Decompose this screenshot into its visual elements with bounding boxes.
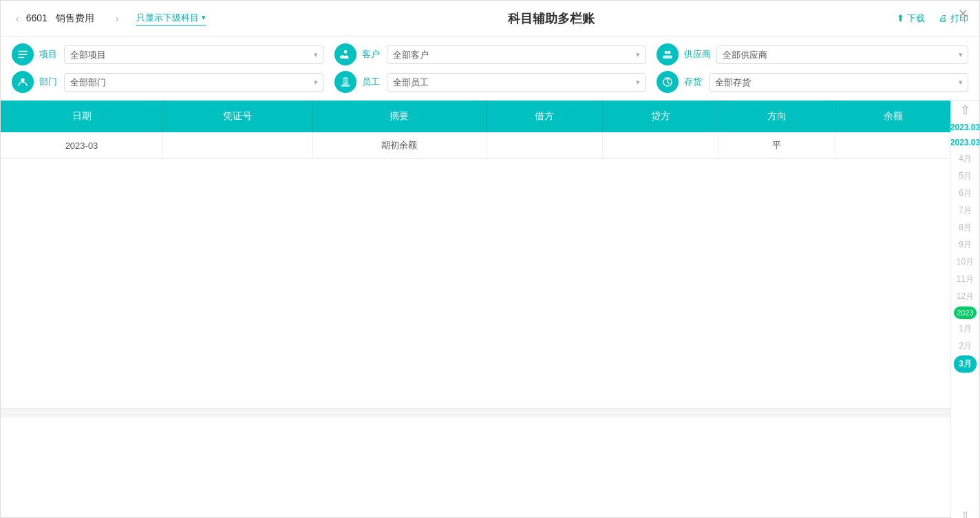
ledger-table: 日期 凭证号 摘要 借方 贷方 方向 余额 2023-03 期初余额 — [1, 101, 950, 159]
timeline-item-4[interactable]: 4月 — [951, 150, 979, 167]
download-button[interactable]: ⬆ 下载 — [897, 12, 925, 25]
timeline-item-10[interactable]: 10月 — [951, 253, 979, 271]
employee-select[interactable]: 全部员工 — [387, 73, 646, 92]
cell-balance — [835, 132, 951, 159]
inventory-icon — [657, 71, 679, 93]
svg-point-6 — [668, 51, 671, 54]
filter-supplier: 供应商 全部供应商 ▾ — [657, 43, 968, 65]
timeline-item-12[interactable]: 12月 — [951, 288, 979, 305]
timeline-scroll-down-button[interactable]: ⇩ — [954, 507, 977, 518]
svg-rect-1 — [18, 54, 28, 55]
timeline-item-5[interactable]: 5月 — [951, 167, 979, 185]
cell-date: 2023-03 — [1, 132, 163, 159]
supplier-label: 供应商 — [684, 48, 711, 61]
table-row[interactable]: 2023-03 期初余额 平 — [1, 132, 950, 159]
department-select-wrap: 全部部门 ▾ — [64, 73, 323, 92]
project-label: 项目 — [39, 48, 58, 61]
col-summary: 摘要 — [312, 101, 486, 132]
filter-bar: 项目 全部项目 ▾ 客户 全部客户 ▾ — [1, 37, 979, 101]
page-title: 科目辅助多栏账 — [206, 10, 897, 27]
employee-select-wrap: 全部员工 ▾ — [387, 73, 646, 92]
inventory-label: 存货 — [684, 76, 703, 88]
account-code: 6601 — [26, 12, 47, 23]
timeline-item-2023-03-top[interactable]: 2023.03 — [951, 120, 979, 135]
cell-summary: 期初余额 — [312, 132, 486, 159]
customer-label: 客户 — [362, 48, 381, 61]
col-date: 日期 — [1, 101, 163, 132]
col-voucher: 凭证号 — [163, 101, 313, 132]
supplier-icon — [657, 43, 679, 65]
horizontal-scrollbar[interactable] — [1, 408, 950, 417]
svg-rect-4 — [339, 56, 345, 59]
top-bar: ‹ 6601 销售费用 › 只显示下级科目 ▾ 科目辅助多栏账 ⬆ 下载 🖨 打… — [1, 1, 979, 37]
svg-rect-9 — [343, 77, 348, 85]
timeline-item-2023-03-2[interactable]: 2023.03 — [951, 135, 979, 150]
col-debit: 借方 — [486, 101, 602, 132]
nav-next-button[interactable]: › — [111, 12, 123, 25]
account-name: 销售费用 — [56, 12, 94, 23]
filter-department: 部门 全部部门 ▾ — [12, 71, 323, 93]
cell-credit — [602, 132, 718, 159]
show-sub-button[interactable]: 只显示下级科目 ▾ — [136, 12, 206, 25]
close-button[interactable]: ✕ — [958, 8, 968, 20]
customer-icon — [334, 43, 356, 65]
col-credit: 贷方 — [602, 101, 718, 132]
employee-icon — [334, 71, 356, 93]
department-icon — [12, 71, 34, 93]
timeline-item-8[interactable]: 8月 — [951, 219, 979, 236]
svg-rect-7 — [663, 56, 673, 59]
timeline-item-9[interactable]: 9月 — [951, 236, 979, 253]
employee-label: 员工 — [362, 76, 381, 88]
timeline-item-1[interactable]: 1月 — [951, 320, 979, 338]
svg-point-3 — [343, 50, 347, 54]
download-label: 下载 — [907, 12, 925, 25]
download-icon: ⬆ — [897, 13, 904, 23]
table-header-row: 日期 凭证号 摘要 借方 贷方 方向 余额 — [1, 101, 950, 132]
svg-point-8 — [21, 78, 24, 81]
timeline-item-2[interactable]: 2月 — [951, 338, 979, 355]
timeline-item-11[interactable]: 11月 — [951, 271, 979, 288]
show-sub-label: 只显示下级科目 — [136, 12, 199, 24]
cell-voucher — [163, 132, 313, 159]
nav-prev-button[interactable]: ‹ — [12, 12, 23, 25]
project-select-wrap: 全部项目 ▾ — [64, 45, 323, 64]
project-icon — [12, 43, 34, 65]
timeline-item-7[interactable]: 7月 — [951, 202, 979, 219]
timeline-scroll-up-button[interactable]: ⇧ — [954, 101, 977, 120]
col-balance: 余额 — [835, 101, 951, 132]
timeline-items: 2023.03 2023.03 4月 5月 6月 7月 8月 9月 10月 11… — [951, 120, 979, 507]
project-select[interactable]: 全部项目 — [64, 45, 323, 64]
filter-employee: 员工 全部员工 ▾ — [334, 71, 646, 93]
customer-select[interactable]: 全部客户 — [387, 45, 646, 64]
svg-rect-2 — [18, 57, 24, 59]
col-direction: 方向 — [718, 101, 835, 132]
right-timeline-panel: ⇧ 2023.03 2023.03 4月 5月 6月 7月 8月 9月 10月 … — [950, 101, 979, 518]
department-select[interactable]: 全部部门 — [64, 73, 323, 92]
inventory-select-wrap: 全部存货 ▾ — [709, 73, 968, 92]
table-wrap[interactable]: 日期 凭证号 摘要 借方 贷方 方向 余额 2023-03 期初余额 — [1, 101, 950, 417]
filter-project: 项目 全部项目 ▾ — [12, 43, 323, 65]
content-area: 日期 凭证号 摘要 借方 贷方 方向 余额 2023-03 期初余额 — [1, 101, 979, 518]
inventory-select[interactable]: 全部存货 — [709, 73, 968, 92]
timeline-item-year-2023[interactable]: 2023 — [954, 307, 977, 319]
main-window: ‹ 6601 销售费用 › 只显示下级科目 ▾ 科目辅助多栏账 ⬆ 下载 🖨 打… — [0, 0, 980, 518]
supplier-select[interactable]: 全部供应商 — [716, 45, 968, 64]
timeline-item-6[interactable]: 6月 — [951, 185, 979, 202]
svg-rect-10 — [341, 85, 350, 87]
timeline-item-3-active[interactable]: 3月 — [954, 355, 977, 373]
print-icon: 🖨 — [939, 13, 948, 23]
filter-customer: 客户 全部客户 ▾ — [334, 43, 646, 65]
cell-direction: 平 — [718, 132, 835, 159]
department-label: 部门 — [39, 76, 58, 88]
svg-rect-0 — [18, 51, 28, 52]
filter-inventory: 存货 全部存货 ▾ — [657, 71, 968, 93]
svg-point-5 — [665, 51, 668, 54]
supplier-select-wrap: 全部供应商 ▾ — [716, 45, 968, 64]
customer-select-wrap: 全部客户 ▾ — [387, 45, 646, 64]
cell-debit — [486, 132, 602, 159]
account-title: 6601 销售费用 — [26, 12, 109, 25]
